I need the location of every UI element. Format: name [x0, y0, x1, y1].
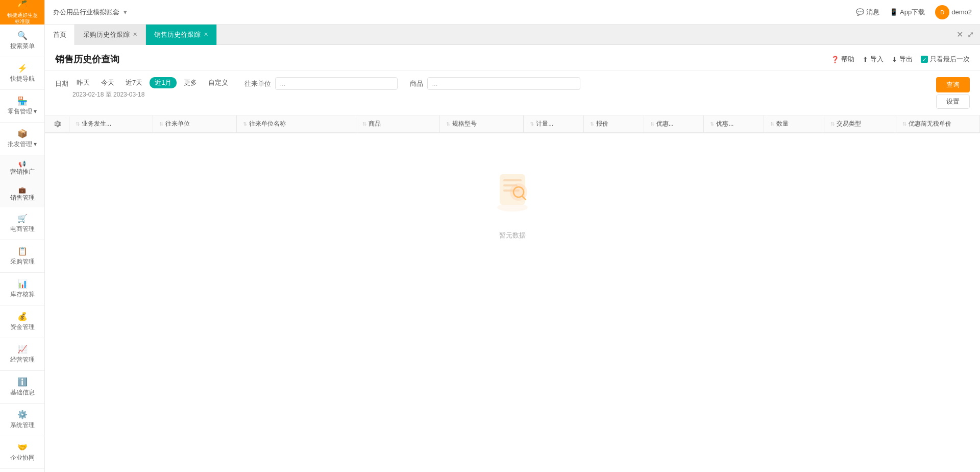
sidebar-label-marketing: 营销推广 — [0, 168, 44, 176]
help-button[interactable]: ❓ 帮助 — [831, 55, 854, 64]
sidebar-item-new-guide[interactable]: 🎯 新手引导 — [0, 469, 44, 472]
table-header: ⇅ 业务发生... ⇅ 往来单位 ⇅ 往来单位名称 ⇅ 商品 ⇅ 规格型号 — [45, 115, 980, 133]
th-date[interactable]: ⇅ 业务发生... — [69, 115, 153, 132]
th-discount1-sort-icon: ⇅ — [650, 121, 654, 127]
th-unit-code[interactable]: ⇅ 往来单位 — [153, 115, 237, 132]
help-icon: ❓ — [831, 56, 839, 63]
export-icon: ⬇ — [892, 56, 897, 63]
export-button[interactable]: ⬇ 导出 — [892, 55, 913, 64]
sidebar-item-system-mgmt[interactable]: ⚙️ 系统管理 — [0, 404, 44, 436]
app-download-button[interactable]: 📱 App下载 — [890, 8, 925, 17]
maximize-window-icon[interactable]: ⤢ — [967, 30, 974, 39]
sidebar-label-wholesale-mgmt: 批发管理 ▾ — [0, 140, 44, 149]
sidebar-icon-operation-mgmt: 📈 — [0, 344, 44, 354]
th-discount2-label: 优惠... — [716, 120, 733, 128]
th-discount1[interactable]: ⇅ 优惠... — [644, 115, 704, 132]
tab-home[interactable]: 首页 — [45, 25, 75, 45]
sidebar-label-system-mgmt: 系统管理 — [0, 421, 44, 430]
sidebar-icon-purchase-mgmt: 📋 — [0, 246, 44, 256]
th-qty-label: 数量 — [776, 120, 789, 128]
tab-purchase-history-close[interactable]: ✕ — [133, 31, 137, 38]
tab-sales-history-label: 销售历史价跟踪 — [154, 30, 201, 39]
partner-input[interactable]: ... — [275, 77, 398, 90]
sidebar-item-sales-mgmt[interactable]: 💼 销售管理 — [0, 181, 44, 207]
th-price-sort-icon: ⇅ — [590, 121, 594, 127]
goods-input[interactable]: ... — [427, 77, 580, 90]
th-price-label: 报价 — [596, 120, 608, 128]
sidebar-icon-search-menu: 🔍 — [0, 31, 44, 40]
logo[interactable]: 🍊 畅捷通好生意 标准版 — [0, 0, 44, 25]
topbar-dropdown-icon[interactable]: ▾ — [124, 8, 127, 16]
avatar: D — [935, 5, 949, 19]
query-button[interactable]: 查询 — [936, 77, 970, 92]
sidebar-item-finance-mgmt[interactable]: 💰 资金管理 — [0, 305, 44, 338]
th-unit[interactable]: ⇅ 计量... — [524, 115, 584, 132]
topbar-right: 💬 消息 📱 App下载 D demo2 — [856, 5, 972, 19]
only-last-checkbox[interactable]: ✓ — [921, 56, 928, 63]
th-spec[interactable]: ⇅ 规格型号 — [440, 115, 524, 132]
goods-filter-label: 商品 — [410, 77, 423, 88]
th-discount2[interactable]: ⇅ 优惠... — [704, 115, 764, 132]
sidebar-icon-wholesale-mgmt: 📦 — [0, 129, 44, 138]
tab-purchase-history[interactable]: 采购历史价跟踪 ✕ — [75, 25, 146, 45]
sidebar-item-inventory[interactable]: 📊 库存核算 — [0, 273, 44, 305]
date-filter-options: 昨天 今天 近7天 近1月 更多 自定义 2023-02-18 至 2023-0… — [72, 77, 232, 99]
sidebar-item-purchase-mgmt[interactable]: 📋 采购管理 — [0, 240, 44, 273]
th-qty[interactable]: ⇅ 数量 — [764, 115, 824, 132]
th-unit-name[interactable]: ⇅ 往来单位名称 — [237, 115, 356, 132]
date-range-display: 2023-02-18 至 2023-03-18 — [72, 90, 232, 99]
message-button[interactable]: 💬 消息 — [856, 8, 879, 17]
sidebar-label-retail-mgmt: 零售管理 ▾ — [0, 107, 44, 116]
th-unit-code-sort-icon: ⇅ — [159, 121, 163, 127]
date-opt-last1m[interactable]: 近1月 — [150, 77, 177, 88]
date-opt-yesterday[interactable]: 昨天 — [72, 77, 94, 88]
th-pre-tax[interactable]: ⇅ 优惠前无税单价 — [896, 115, 980, 132]
th-unit-sort-icon: ⇅ — [530, 121, 534, 127]
date-opt-today[interactable]: 今天 — [97, 77, 118, 88]
tab-sales-history-close[interactable]: ✕ — [204, 31, 208, 38]
user-avatar-area[interactable]: D demo2 — [935, 5, 972, 19]
sidebar: 🍊 畅捷通好生意 标准版 🔍 搜索菜单 ⚡ 快捷导航 🏪 零售管理 ▾ 📦 批发… — [0, 0, 45, 472]
th-date-label: 业务发生... — [82, 120, 111, 128]
th-settings[interactable] — [45, 116, 69, 132]
sidebar-label-inventory: 库存核算 — [0, 290, 44, 299]
th-goods[interactable]: ⇅ 商品 — [356, 115, 440, 132]
close-window-icon[interactable]: ✕ — [957, 30, 963, 39]
sidebar-item-operation-mgmt[interactable]: 📈 经营管理 — [0, 338, 44, 371]
th-trade-type[interactable]: ⇅ 交易类型 — [824, 115, 896, 132]
filter-buttons: 查询 设置 — [936, 77, 970, 109]
th-price[interactable]: ⇅ 报价 — [584, 115, 644, 132]
date-opt-custom[interactable]: 自定义 — [204, 77, 232, 88]
tab-sales-history[interactable]: 销售历史价跟踪 ✕ — [146, 25, 217, 45]
sidebar-item-basic-info[interactable]: ℹ️ 基础信息 — [0, 371, 44, 404]
import-label: 导入 — [870, 55, 884, 64]
date-opt-last7[interactable]: 近7天 — [121, 77, 146, 88]
th-pre-tax-sort-icon: ⇅ — [902, 121, 906, 127]
sidebar-label-quick-nav: 快捷导航 — [0, 75, 44, 83]
message-label: 消息 — [866, 8, 879, 17]
th-qty-sort-icon: ⇅ — [770, 121, 774, 127]
tabs-bar: 首页 采购历史价跟踪 ✕ 销售历史价跟踪 ✕ ✕ ⤢ — [45, 25, 980, 45]
sidebar-icon-finance-mgmt: 💰 — [0, 312, 44, 321]
sidebar-item-search-menu[interactable]: 🔍 搜索菜单 — [0, 25, 44, 57]
sidebar-item-quick-nav[interactable]: ⚡ 快捷导航 — [0, 57, 44, 90]
sidebar-item-marketing[interactable]: 📢 营销推广 — [0, 155, 44, 181]
app-icon: 📱 — [890, 8, 898, 16]
import-button[interactable]: ⬆ 导入 — [863, 55, 884, 64]
sidebar-icon-retail-mgmt: 🏪 — [0, 96, 44, 106]
sidebar-item-wholesale-mgmt[interactable]: 📦 批发管理 ▾ — [0, 123, 44, 155]
settings-button[interactable]: 设置 — [936, 95, 970, 109]
sidebar-item-ecommerce-mgmt[interactable]: 🛒 电商管理 — [0, 207, 44, 240]
help-label: 帮助 — [841, 55, 854, 64]
main-area: 办公用品行业模拟账套 ▾ 💬 消息 📱 App下载 D demo2 首页 采购历… — [45, 0, 980, 472]
sidebar-icon-quick-nav: ⚡ — [0, 63, 44, 73]
date-filter-group: 日期 昨天 今天 近7天 近1月 更多 自定义 2023-02-18 至 202… — [55, 77, 232, 99]
date-opt-more[interactable]: 更多 — [180, 77, 201, 88]
th-date-sort-icon: ⇅ — [76, 121, 80, 127]
sidebar-item-enterprise-co[interactable]: 🤝 企业协同 — [0, 436, 44, 469]
sidebar-item-retail-mgmt[interactable]: 🏪 零售管理 ▾ — [0, 90, 44, 123]
partner-input-dots: ... — [280, 80, 285, 87]
sidebar-label-basic-info: 基础信息 — [0, 388, 44, 397]
only-last-checkbox-area[interactable]: ✓ 只看最后一次 — [921, 55, 970, 64]
topbar-title: 办公用品行业模拟账套 — [53, 8, 119, 17]
